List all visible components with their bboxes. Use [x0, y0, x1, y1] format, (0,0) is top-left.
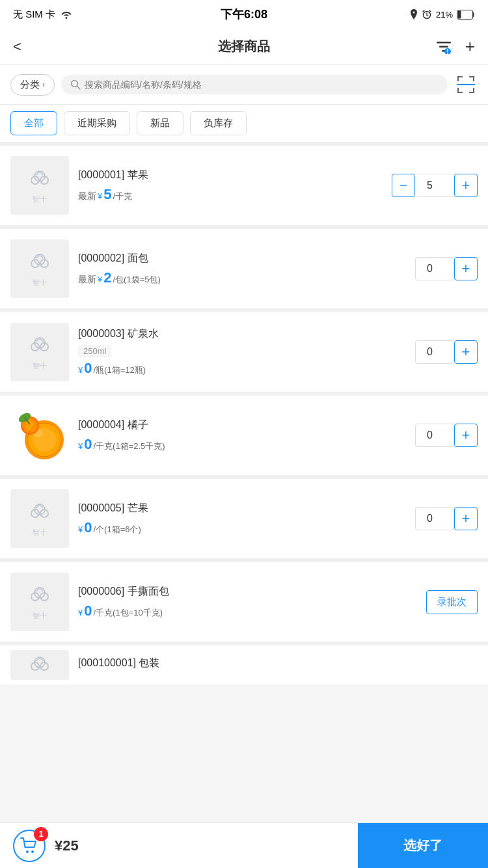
cart-icon	[20, 837, 38, 854]
product-name: [0000005] 芒果	[78, 502, 406, 515]
filter-icon: !	[435, 40, 452, 54]
tab-new[interactable]: 新品	[137, 111, 183, 135]
product-image-placeholder: 智十	[10, 323, 69, 381]
back-button[interactable]: <	[13, 38, 21, 55]
list-item: 智十 [0000006] 手撕面包 ¥ 0 /千克(1包=10千克) 录批次	[0, 562, 488, 642]
increment-button[interactable]: +	[454, 257, 478, 280]
quantity-control: +	[415, 340, 478, 364]
product-info: [0000006] 手撕面包 ¥ 0 /千克(1包=10千克)	[78, 585, 417, 619]
location-icon	[410, 9, 418, 20]
svg-rect-17	[473, 88, 474, 93]
increment-button[interactable]: +	[454, 174, 478, 197]
quantity-input[interactable]	[415, 507, 454, 530]
page-title: 选择商品	[218, 38, 270, 55]
increment-button[interactable]: +	[454, 424, 478, 447]
list-item: 智十 [0000002] 面包 最新 ¥ 2 /包(1袋=5包) +	[0, 229, 488, 308]
svg-rect-3	[437, 42, 451, 44]
product-image-placeholder: 智十	[10, 573, 69, 631]
cart-icon-wrap: 1	[13, 830, 46, 862]
svg-rect-18	[457, 84, 475, 85]
add-button[interactable]: +	[465, 36, 475, 57]
product-image-orange	[10, 406, 69, 465]
quantity-control: − +	[392, 174, 478, 197]
battery-percentage: 21%	[436, 10, 453, 20]
tab-all[interactable]: 全部	[10, 111, 57, 135]
svg-point-47	[26, 850, 29, 853]
carrier-label: 无 SIM 卡	[13, 8, 55, 21]
product-info: [0000001] 苹果 最新 ¥ 5 /千克	[78, 169, 383, 203]
svg-rect-11	[457, 76, 459, 81]
cart-section: 1 ¥25	[0, 830, 358, 862]
product-image-placeholder: 智十	[10, 156, 69, 215]
product-name: [0000001] 苹果	[78, 169, 383, 182]
quantity-input[interactable]	[415, 340, 454, 364]
product-info: [0000003] 矿泉水 250ml ¥ 0 /瓶(1箱=12瓶)	[78, 327, 406, 377]
product-list: 智十 [0000001] 苹果 最新 ¥ 5 /千克 − + 智十 [00000…	[0, 146, 488, 685]
svg-rect-15	[457, 88, 459, 93]
tab-negative[interactable]: 负库存	[190, 111, 247, 135]
decrement-button[interactable]: −	[392, 174, 415, 197]
product-price: 最新 ¥ 2 /包(1袋=5包)	[78, 269, 406, 286]
product-image-placeholder: 智十	[10, 489, 69, 548]
status-time: 下午6:08	[221, 7, 267, 22]
product-name: [000100001] 包装	[78, 657, 478, 670]
product-price: ¥ 0 /千克(1箱=2.5千克)	[78, 436, 406, 453]
cart-badge: 1	[34, 827, 48, 841]
product-info: [000100001] 包装	[78, 657, 478, 674]
product-price: ¥ 0 /瓶(1箱=12瓶)	[78, 360, 406, 377]
svg-text:!: !	[446, 48, 448, 54]
product-price: ¥ 0 /千克(1包=10千克)	[78, 603, 417, 619]
product-info: [0000005] 芒果 ¥ 0 /个(1箱=6个)	[78, 502, 406, 536]
svg-rect-13	[473, 76, 474, 81]
product-image-placeholder: 智十	[10, 239, 69, 298]
product-name: [0000003] 矿泉水	[78, 327, 406, 341]
product-price: ¥ 0 /个(1箱=6个)	[78, 519, 406, 536]
category-button[interactable]: 分类 ›	[10, 74, 55, 96]
increment-button[interactable]: +	[454, 340, 478, 364]
product-image-placeholder	[10, 650, 69, 680]
category-label: 分类	[20, 79, 40, 91]
svg-point-34	[25, 420, 35, 431]
product-name: [0000004] 橘子	[78, 418, 406, 432]
list-item: [000100001] 包装	[0, 645, 488, 685]
product-info: [0000002] 面包 最新 ¥ 2 /包(1袋=5包)	[78, 252, 406, 286]
search-input[interactable]	[85, 79, 439, 90]
alarm-icon	[422, 9, 432, 20]
quantity-input[interactable]	[415, 424, 454, 447]
quantity-control: +	[415, 257, 478, 280]
list-item: 智十 [0000005] 芒果 ¥ 0 /个(1箱=6个) +	[0, 479, 488, 558]
toolbar: 分类 ›	[0, 65, 488, 105]
quantity-control: +	[415, 507, 478, 530]
search-icon	[70, 79, 81, 90]
tab-recent[interactable]: 近期采购	[64, 111, 130, 135]
cart-total: ¥25	[55, 837, 79, 854]
status-bar: 无 SIM 卡 下午6:08 21%	[0, 0, 488, 29]
product-price: 最新 ¥ 5 /千克	[78, 186, 383, 203]
bottom-bar: 1 ¥25 选好了	[0, 822, 488, 868]
batch-button[interactable]: 录批次	[426, 590, 478, 614]
status-left: 无 SIM 卡	[13, 8, 72, 21]
quantity-input[interactable]	[415, 174, 454, 197]
nav-right: ! +	[435, 36, 475, 57]
nav-left: <	[13, 38, 21, 55]
svg-line-9	[77, 87, 81, 90]
tab-bar: 全部 近期采购 新品 负库存	[0, 105, 488, 146]
increment-button[interactable]: +	[454, 507, 478, 530]
filter-button[interactable]: !	[435, 40, 452, 54]
status-right: 21%	[410, 9, 475, 20]
wifi-icon	[61, 10, 72, 19]
product-info: [0000004] 橘子 ¥ 0 /千克(1箱=2.5千克)	[78, 418, 406, 453]
product-name: [0000006] 手撕面包	[78, 585, 417, 599]
product-spec: 250ml	[78, 345, 111, 357]
scan-icon	[456, 75, 476, 94]
product-name: [0000002] 面包	[78, 252, 406, 265]
scan-button[interactable]	[454, 73, 478, 96]
nav-bar: < 选择商品 ! +	[0, 29, 488, 65]
quantity-input[interactable]	[415, 257, 454, 280]
svg-rect-4	[439, 46, 448, 47]
battery-icon	[457, 10, 475, 20]
quantity-control: +	[415, 424, 478, 447]
svg-point-48	[31, 850, 34, 853]
confirm-button[interactable]: 选好了	[358, 823, 488, 869]
list-item: 智十 [0000001] 苹果 最新 ¥ 5 /千克 − +	[0, 146, 488, 225]
